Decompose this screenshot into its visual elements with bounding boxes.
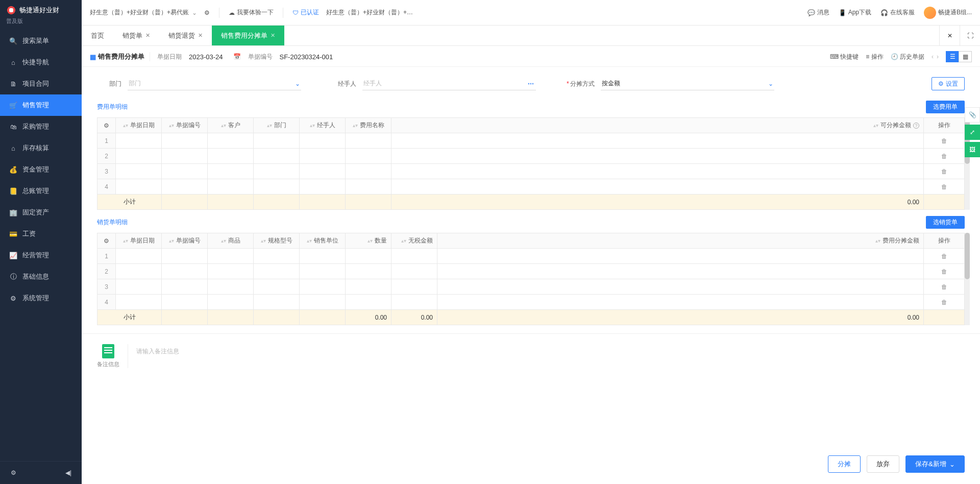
breadcrumb[interactable]: 好生意（普）+好业财（普）+易代账 ⌄: [90, 8, 197, 17]
handler-select[interactable]: 经手人 ⋯: [362, 77, 536, 90]
pick-sales-button[interactable]: 选销货单: [926, 216, 965, 229]
delete-icon[interactable]: 🗑: [941, 299, 947, 306]
collapse-icon[interactable]: ◀|: [64, 469, 72, 477]
sidebar-item-12[interactable]: ⚙系统管理: [0, 287, 82, 309]
allocate-button[interactable]: 分摊: [828, 455, 861, 473]
chevron-down-icon: ⌄: [295, 80, 300, 87]
gear-column[interactable]: ⚙: [97, 118, 116, 133]
remark-input[interactable]: 请输入备注信息: [136, 344, 965, 368]
col-dept: ▴▾部门: [254, 118, 300, 133]
calendar-icon[interactable]: 📅: [233, 53, 241, 60]
pick-fee-button[interactable]: 选费用单: [926, 101, 965, 113]
dept-select[interactable]: 部门 ⌄: [128, 77, 301, 90]
no-label: 单据编号: [248, 53, 273, 61]
user-menu[interactable]: 畅捷通B组...: [924, 7, 972, 19]
delete-icon[interactable]: 🗑: [941, 153, 947, 160]
view-toggle: ☰ ▦: [946, 51, 972, 62]
close-icon[interactable]: ✕: [271, 32, 275, 39]
sidebar-item-5[interactable]: ⌂库存核算: [0, 137, 82, 159]
close-all-tabs-button[interactable]: ✕: [939, 26, 960, 45]
bag-icon: 🛍: [9, 123, 17, 131]
delete-icon[interactable]: 🗑: [941, 183, 947, 190]
sales-subtotal-qty: 0.00: [346, 310, 391, 325]
sales-subtotal-label: 小计: [97, 310, 162, 325]
table-row[interactable]: 2🗑: [97, 149, 965, 164]
sidebar-item-2[interactable]: 🗎项目合同: [0, 73, 82, 94]
sidebar-item-1[interactable]: ⌂快捷导航: [0, 52, 82, 73]
attachment-icon[interactable]: 📎: [965, 107, 980, 123]
customer-service-link[interactable]: 🎧 在线客服: [880, 8, 915, 17]
delete-icon[interactable]: 🗑: [941, 268, 947, 275]
message-link[interactable]: 💬 消息: [807, 8, 829, 17]
col-unit: ▴▾销售单位: [300, 233, 346, 249]
breadcrumb-2[interactable]: 好生意（普）+好业财（普）+…: [326, 8, 413, 17]
operate-link[interactable]: ≡ 操作: [866, 53, 883, 61]
table-row[interactable]: 1🗑: [97, 133, 965, 149]
delete-icon[interactable]: 🗑: [941, 168, 947, 175]
chevron-down-icon: ⌄: [768, 80, 773, 87]
sidebar-item-10[interactable]: 📈经营管理: [0, 245, 82, 266]
method-select[interactable]: 按金额 ⌄: [601, 77, 774, 90]
sidebar-item-4[interactable]: 🛍采购管理: [0, 116, 82, 137]
table-row[interactable]: 3🗑: [97, 279, 965, 295]
history-link[interactable]: 🕘 历史单据: [891, 53, 924, 61]
close-icon[interactable]: ✕: [198, 32, 203, 39]
image-icon[interactable]: 🖼: [965, 142, 980, 157]
app-download-link[interactable]: 📱 App下载: [839, 8, 871, 17]
sys-icon: ⚙: [9, 294, 17, 302]
sidebar-item-label: 工资: [22, 229, 36, 238]
col-product: ▴▾商品: [208, 233, 254, 249]
delete-icon[interactable]: 🗑: [941, 137, 947, 144]
table-row[interactable]: 4🗑: [97, 179, 965, 195]
sidebar-item-3[interactable]: 🛒销售管理: [0, 94, 82, 116]
more-icon: ⋯: [528, 80, 535, 87]
sidebar-item-label: 库存核算: [22, 143, 49, 153]
sidebar-item-11[interactable]: ⓘ基础信息: [0, 266, 82, 287]
col-no: ▴▾单据编号: [162, 233, 208, 249]
fee-subtotal-amount: 0.00: [391, 195, 924, 210]
shortcut-link[interactable]: ⌨ 快捷键: [830, 53, 859, 61]
settings-icon[interactable]: ⚙: [9, 469, 17, 477]
delete-icon[interactable]: 🗑: [941, 253, 947, 260]
doc-icon: ▦: [90, 53, 96, 61]
tab-3[interactable]: 销售费用分摊单✕: [212, 26, 284, 45]
logo-icon: [6, 5, 16, 15]
view-grid-button[interactable]: ▦: [959, 51, 972, 62]
verified-badge[interactable]: 🛡 已认证: [292, 8, 319, 17]
scrollbar[interactable]: [965, 233, 970, 325]
sidebar-item-7[interactable]: 📒总账管理: [0, 180, 82, 202]
col-no: ▴▾单据编号: [162, 118, 208, 133]
setting-button[interactable]: ⚙ 设置: [932, 77, 965, 90]
experience-link[interactable]: ☁ 我要体验一下: [229, 8, 274, 17]
fullscreen-button[interactable]: ⛶: [960, 26, 980, 45]
sidebar-item-8[interactable]: 🏢固定资产: [0, 202, 82, 223]
prev-doc-icon[interactable]: ‹: [932, 53, 934, 60]
view-list-button[interactable]: ☰: [946, 51, 959, 62]
sidebar-item-9[interactable]: 💳工资: [0, 223, 82, 245]
expand-icon[interactable]: ⤢: [965, 125, 980, 140]
sidebar-item-6[interactable]: 💰资金管理: [0, 159, 82, 180]
chevron-down-icon: ⌄: [949, 461, 955, 468]
sidebar-item-0[interactable]: 🔍搜索菜单: [0, 30, 82, 52]
tab-1[interactable]: 销货单✕: [113, 26, 159, 45]
help-icon[interactable]: ?: [913, 123, 919, 129]
tab-2[interactable]: 销货退货✕: [159, 26, 212, 45]
col-date: ▴▾单据日期: [116, 233, 162, 249]
delete-icon[interactable]: 🗑: [941, 283, 947, 291]
tab-0[interactable]: 首页: [82, 26, 113, 45]
table-row[interactable]: 4🗑: [97, 295, 965, 310]
table-row[interactable]: 1🗑: [97, 249, 965, 264]
doc-icon: 🗎: [9, 80, 17, 88]
date-value[interactable]: 2023-03-24: [189, 53, 223, 61]
discard-button[interactable]: 放弃: [867, 455, 899, 473]
save-new-button[interactable]: 保存&新增 ⌄: [905, 455, 965, 473]
col-amt: ▴▾无税金额: [391, 233, 437, 249]
next-doc-icon[interactable]: ›: [937, 53, 939, 60]
table-row[interactable]: 3🗑: [97, 164, 965, 179]
close-icon[interactable]: ✕: [145, 32, 150, 39]
gear-link[interactable]: ⚙: [204, 9, 210, 16]
money-icon: 💰: [9, 165, 17, 174]
col-spec: ▴▾规格型号: [254, 233, 300, 249]
table-row[interactable]: 2🗑: [97, 264, 965, 279]
gear-column[interactable]: ⚙: [97, 233, 116, 249]
